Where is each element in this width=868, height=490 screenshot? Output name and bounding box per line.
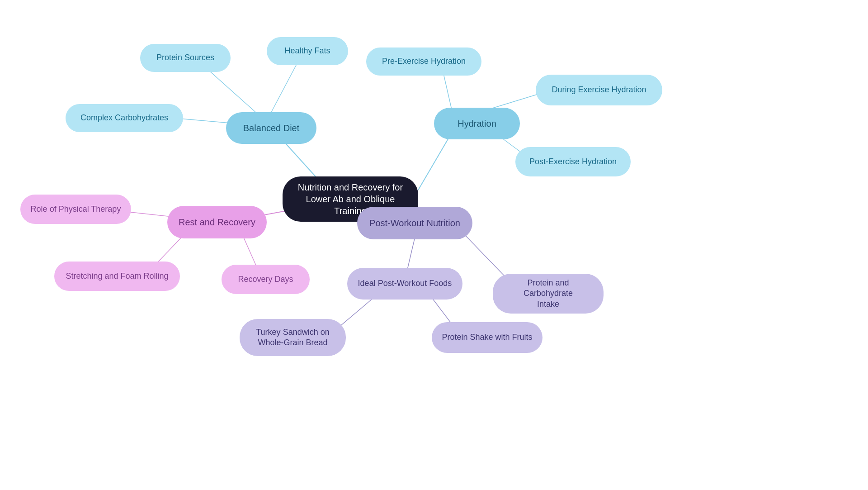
role-physical-therapy-node: Role of Physical Therapy bbox=[20, 195, 131, 224]
turkey-sandwich-node: Turkey Sandwich on Whole-Grain Bread bbox=[240, 319, 346, 356]
recovery-days-node: Recovery Days bbox=[222, 265, 310, 294]
balanced-diet-node: Balanced Diet bbox=[226, 112, 316, 144]
during-exercise-hydration-node: During Exercise Hydration bbox=[536, 75, 662, 105]
pre-exercise-hydration-node: Pre-Exercise Hydration bbox=[366, 48, 481, 76]
post-exercise-hydration-node: Post-Exercise Hydration bbox=[515, 147, 631, 176]
protein-carb-intake-node: Protein and Carbohydrate Intake bbox=[493, 274, 604, 314]
hydration-node: Hydration bbox=[434, 108, 520, 139]
protein-sources-node: Protein Sources bbox=[140, 44, 231, 72]
complex-carbs-node: Complex Carbohydrates bbox=[66, 104, 183, 132]
protein-shake-node: Protein Shake with Fruits bbox=[432, 322, 542, 353]
ideal-post-workout-foods-node: Ideal Post-Workout Foods bbox=[347, 268, 462, 300]
stretching-foam-rolling-node: Stretching and Foam Rolling bbox=[54, 262, 180, 291]
healthy-fats-node: Healthy Fats bbox=[267, 37, 348, 65]
post-workout-nutrition-node: Post-Workout Nutrition bbox=[357, 207, 472, 239]
rest-recovery-node: Rest and Recovery bbox=[167, 206, 267, 238]
